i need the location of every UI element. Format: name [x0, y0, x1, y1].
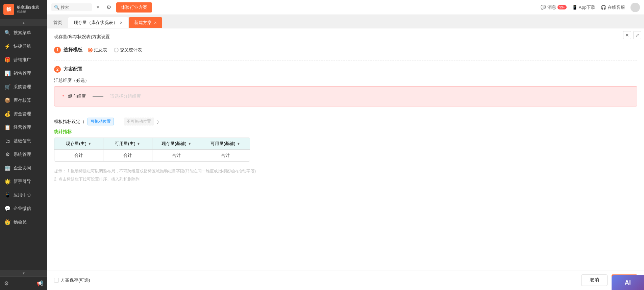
stats-col-0[interactable]: 现存量(主) ▼ — [54, 138, 103, 149]
enterprise-icon: 🏢 — [4, 165, 11, 171]
step2-section: 2 方案配置 汇总维度（必选） * 纵向维度 —— 请选择分组维度 — [54, 66, 637, 183]
tab-inventory-close[interactable]: ✕ — [120, 21, 123, 25]
sidebar-item-label: 基础信息 — [14, 138, 31, 144]
radio-summary-label: 汇总表 — [94, 47, 107, 53]
stats-col-3-label: 可用量(基辅) — [210, 141, 236, 147]
topbar-dropdown-icon[interactable]: ▼ — [95, 4, 101, 11]
tabbar: 首页 现存量（库存状况表） ✕ 新建方案 ✕ — [47, 15, 644, 28]
tab-inventory-label: 现存量（库存状况表） — [74, 20, 118, 26]
sidebar-item-label: 畅会员 — [14, 219, 27, 225]
dimension-arrow: —— — [93, 93, 103, 99]
tab-new-scheme-close[interactable]: ✕ — [154, 21, 157, 25]
sidebar-item-inventory[interactable]: 📦 库存核算 — [0, 94, 47, 107]
step1-header: 1 选择模板 汇总表 交叉统计表 — [54, 47, 637, 53]
sidebar-scroll-up[interactable]: ▲ — [0, 19, 47, 26]
ai-label: Ai — [625, 279, 631, 286]
sidebar-item-quick-nav[interactable]: ⚡ 快捷导航 — [0, 40, 47, 53]
stats-cell-2: 合计 — [152, 150, 201, 161]
radio-cross-circle — [114, 48, 119, 52]
stats-col-2[interactable]: 现存量(基辅) ▼ — [152, 138, 201, 149]
right-panel-controls: ✕ ⤢ — [620, 28, 644, 42]
app-download-icon: 📱 — [572, 5, 577, 10]
sidebar-item-label: 经营管理 — [14, 124, 31, 130]
marketing-icon: 🎁 — [4, 56, 11, 63]
stats-col-3-chevron[interactable]: ▼ — [237, 142, 241, 146]
radio-summary[interactable]: 汇总表 — [88, 47, 107, 53]
tip-2: 2. 点击标题栏下拉可设置排序、插入列和删除列 — [54, 175, 637, 183]
sidebar-item-operation[interactable]: 📋 经营管理 — [0, 121, 47, 134]
search-menu-icon: 🔍 — [4, 29, 11, 36]
main-area: 🔍 ▼ ⚙ 体验行业方案 💬 消息 99+ 📱 App下载 🎧 在线客服 — [47, 0, 644, 290]
sidebar-settings-icon[interactable]: ⚙ — [4, 280, 9, 287]
step2-number: 2 — [54, 66, 61, 73]
industry-btn[interactable]: 体验行业方案 — [116, 2, 152, 13]
tip-2-text: 2. 点击标题栏下拉可设置排序、插入列和删除列 — [54, 177, 140, 182]
cancel-button[interactable]: 取消 — [581, 274, 608, 286]
app-download-label: App下载 — [579, 4, 595, 10]
topbar-right: 💬 消息 99+ 📱 App下载 🎧 在线客服 — [541, 3, 640, 12]
topbar-gear-icon[interactable]: ⚙ — [104, 3, 114, 12]
sidebar-item-enterprise[interactable]: 🏢 企业协同 — [0, 161, 47, 175]
stats-col-1-label: 可用量(主) — [115, 141, 135, 147]
tab-home[interactable]: 首页 — [48, 17, 68, 28]
app-download-btn[interactable]: 📱 App下载 — [572, 4, 595, 10]
sidebar-item-purchase[interactable]: 🛒 采购管理 — [0, 80, 47, 94]
purchase-icon: 🛒 — [4, 83, 11, 90]
tip-1-text: 1.拖动标题栏可以调整布局，不可跨维度或指标区域拖动栏目字段(只能在同一维度或指… — [67, 169, 256, 173]
indicator-settings-label: 模板指标设定（ 可拖动位置 不可拖动位置 ） — [54, 118, 637, 125]
save-checkbox[interactable] — [54, 278, 59, 283]
sidebar-item-search-menu[interactable]: 🔍 搜索菜单 — [0, 26, 47, 40]
sidebar-item-label: 系统管理 — [14, 151, 31, 158]
newbie-icon: 🌟 — [4, 178, 11, 185]
basic-info-icon: 🗂 — [4, 138, 11, 144]
dimension-section: 汇总维度（必选） * 纵向维度 —— 请选择分组维度 — [54, 77, 637, 106]
step2-header: 2 方案配置 — [54, 66, 637, 73]
sidebar-item-wechat[interactable]: 💬 企业微信 — [0, 202, 47, 215]
dimension-placeholder[interactable]: 请选择分组维度 — [110, 93, 141, 99]
indicator-label-suffix: ） — [157, 119, 161, 125]
online-service-btn[interactable]: 🎧 在线客服 — [601, 4, 625, 10]
topbar-search-box[interactable]: 🔍 — [51, 3, 92, 11]
tab-new-scheme[interactable]: 新建方案 ✕ — [129, 17, 162, 28]
sidebar-item-newbie[interactable]: 🌟 新手引导 — [0, 175, 47, 188]
service-icon: 🎧 — [601, 5, 606, 10]
sidebar-item-finance[interactable]: 💰 资金管理 — [0, 107, 47, 121]
ai-float-button[interactable]: Ai — [612, 275, 644, 290]
sidebar-item-label: 搜索菜单 — [14, 30, 31, 36]
page-wrapper: ✕ ⤢ 现存量(库存状况表)方案设置 1 选择模板 汇总表 — [47, 28, 644, 290]
tab-inventory-status[interactable]: 现存量（库存状况表） ✕ — [68, 17, 128, 28]
sidebar-item-label: 应用中心 — [14, 192, 31, 198]
sidebar-item-sales[interactable]: 📊 销售管理 — [0, 67, 47, 80]
panel-close-btn[interactable]: ✕ — [623, 31, 631, 39]
stats-col-0-chevron[interactable]: ▼ — [88, 142, 92, 146]
message-btn[interactable]: 💬 消息 99+ — [541, 4, 567, 10]
sidebar-speaker-icon[interactable]: 📢 — [36, 280, 43, 287]
sidebar-item-system[interactable]: ⚙ 系统管理 — [0, 148, 47, 161]
step1-title: 选择模板 — [64, 47, 82, 53]
system-icon: ⚙ — [4, 151, 11, 158]
stats-col-2-chevron[interactable]: ▼ — [188, 142, 192, 146]
radio-cross[interactable]: 交叉统计表 — [114, 47, 142, 53]
page-footer: 方案保存(可选) 取消 查询 — [47, 270, 644, 290]
sidebar-item-app-center[interactable]: 📱 应用中心 — [0, 188, 47, 202]
save-label: 方案保存(可选) — [61, 277, 90, 283]
stats-col-3[interactable]: 可用量(基辅) ▼ — [201, 138, 250, 149]
sidebar-item-member[interactable]: 👑 畅会员 — [0, 215, 47, 229]
panel-expand-btn[interactable]: ⤢ — [633, 31, 641, 39]
stats-section-title: 统计指标 — [54, 129, 637, 135]
stats-col-1[interactable]: 可用量(主) ▼ — [103, 138, 152, 149]
sidebar-item-label: 新手引导 — [14, 178, 31, 185]
stats-col-1-chevron[interactable]: ▼ — [137, 142, 141, 146]
user-avatar[interactable] — [630, 3, 640, 12]
app-center-icon: 📱 — [4, 192, 11, 198]
sidebar-item-marketing[interactable]: 🎁 营销推广 — [0, 53, 47, 67]
logo-badge: 标准版 — [17, 10, 39, 14]
sidebar-item-basic-info[interactable]: 🗂 基础信息 — [0, 134, 47, 148]
indicator-label-prefix: 模板指标设定（ — [54, 119, 85, 125]
dimension-label: 汇总维度（必选） — [54, 77, 637, 83]
sales-icon: 📊 — [4, 70, 11, 77]
search-input[interactable] — [61, 5, 88, 10]
quick-nav-icon: ⚡ — [4, 43, 11, 50]
sidebar-scroll-down[interactable]: ▼ — [0, 270, 47, 276]
dimension-required-star: * — [63, 94, 64, 99]
